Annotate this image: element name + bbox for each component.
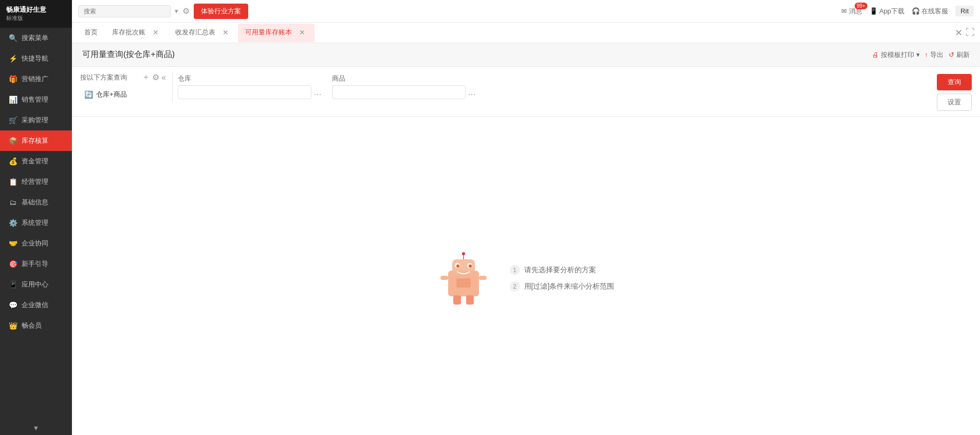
search-icon: 🔍 <box>8 34 17 42</box>
chat-icon: 💬 <box>8 301 17 309</box>
refresh-button[interactable]: ↺ 刷新 <box>949 50 970 60</box>
sidebar-header: 畅康通好生意 标准版 <box>0 0 72 28</box>
sidebar-item-wechat[interactable]: 💬 企业微信 <box>0 295 72 315</box>
sidebar-item-sales[interactable]: 📊 销售管理 <box>0 89 72 110</box>
page-title: 可用量查询(按仓库+商品) <box>82 49 175 60</box>
sidebar-item-system[interactable]: ⚙️ 系统管理 <box>0 213 72 233</box>
filter-fields: 仓库 … 商品 … <box>178 72 932 99</box>
tab-batch-account[interactable]: 库存批次账 ✕ <box>105 24 168 42</box>
sidebar-item-operation[interactable]: 📋 经营管理 <box>0 172 72 192</box>
sidebar-item-label: 快捷导航 <box>22 54 48 63</box>
message-button[interactable]: ✉ 消息 99+ <box>841 7 862 16</box>
sidebar-item-label: 搜索菜单 <box>22 33 48 43</box>
tip-number-1: 1 <box>510 265 520 275</box>
warehouse-input[interactable] <box>178 85 311 99</box>
sidebar-item-label: 库存核算 <box>22 136 48 145</box>
tab-available-stock-close[interactable]: ✕ <box>297 28 307 36</box>
tab-available-stock-label: 可用量库存账本 <box>245 28 292 37</box>
filter-scheme-label: 按以下方案查询 <box>80 73 127 82</box>
sidebar-item-inventory[interactable]: 📦 库存核算 <box>0 130 72 151</box>
filter-scheme-panel: 按以下方案查询 ＋ ⚙ « 🔄 仓库+商品 <box>80 72 173 102</box>
product-label: 商品 <box>332 74 476 83</box>
tab-expand-button[interactable]: ⛶ <box>966 27 975 38</box>
scheme-item-warehouse-product[interactable]: 🔄 仓库+商品 <box>80 87 166 102</box>
warehouse-input-wrap: … <box>178 85 322 99</box>
sidebar: 畅康通好生意 标准版 🔍 搜索菜单 ⚡ 快捷导航 🎁 营销推广 📊 销售管理 🛒… <box>0 0 72 435</box>
mobile-download-icon: 📱 <box>870 7 878 15</box>
product-more-button[interactable]: … <box>468 88 476 97</box>
tab-home[interactable]: 首页 <box>77 24 105 42</box>
warehouse-more-button[interactable]: … <box>313 88 322 97</box>
topbar: ▾ ⚙ 体验行业方案 ✉ 消息 99+ 📱 App下载 🎧 在线客服 Rit <box>72 0 980 23</box>
trial-button[interactable]: 体验行业方案 <box>194 4 248 19</box>
settings-scheme-button[interactable]: ⚙ <box>152 72 159 82</box>
headset-icon: 🎧 <box>912 7 920 15</box>
page-actions: 🖨 按模板打印 ▾ ↑ 导出 ↺ 刷新 <box>872 50 970 60</box>
product-input-wrap: … <box>332 85 476 99</box>
robot-illustration <box>438 250 489 307</box>
tab-inventory-summary[interactable]: 收发存汇总表 ✕ <box>168 24 238 42</box>
export-label: 导出 <box>930 50 944 60</box>
sidebar-item-label: 资金管理 <box>22 157 48 166</box>
query-button[interactable]: 查询 <box>937 74 972 90</box>
dropdown-arrow-icon[interactable]: ▾ <box>175 7 178 15</box>
flash-icon: ⚡ <box>8 54 17 63</box>
sidebar-item-member[interactable]: 👑 畅会员 <box>0 315 72 336</box>
add-scheme-button[interactable]: ＋ <box>142 72 150 83</box>
sidebar-item-label: 新手引导 <box>22 259 48 269</box>
sidebar-item-search[interactable]: 🔍 搜索菜单 <box>0 28 72 48</box>
box-icon: 📦 <box>8 137 17 145</box>
filter-buttons: 查询 设置 <box>937 72 972 111</box>
tab-available-stock[interactable]: 可用量库存账本 ✕ <box>238 24 315 42</box>
crown-icon: 👑 <box>8 321 17 330</box>
target-icon: 🎯 <box>8 260 17 268</box>
sidebar-item-basic[interactable]: 🗂 基础信息 <box>0 192 72 213</box>
sidebar-item-quicknav[interactable]: ⚡ 快捷导航 <box>0 48 72 69</box>
user-profile[interactable]: Rit <box>955 6 974 16</box>
filter-panel: 按以下方案查询 ＋ ⚙ « 🔄 仓库+商品 仓库 <box>72 67 980 117</box>
svg-point-4 <box>456 264 459 268</box>
empty-state: 1 请先选择要分析的方案 2 用[过滤]条件来缩小分析范围 <box>72 117 980 435</box>
collapse-scheme-button[interactable]: « <box>161 73 166 82</box>
sidebar-scroll: 🔍 搜索菜单 ⚡ 快捷导航 🎁 营销推广 📊 销售管理 🛒 采购管理 📦 库存核… <box>0 28 72 421</box>
app-download-button[interactable]: 📱 App下载 <box>870 7 904 16</box>
tab-close-all-button[interactable]: ✕ <box>955 27 963 39</box>
content-area: 可用量查询(按仓库+商品) 🖨 按模板打印 ▾ ↑ 导出 ↺ 刷新 <box>72 43 980 435</box>
tab-inventory-summary-label: 收发存汇总表 <box>175 28 215 37</box>
tabs-right-actions: ✕ ⛶ <box>955 27 975 39</box>
app-name: 畅康通好生意 <box>6 5 66 14</box>
settings-icon[interactable]: ⚙ <box>182 6 190 16</box>
sidebar-item-marketing[interactable]: 🎁 营销推广 <box>0 69 72 89</box>
sidebar-item-newbie[interactable]: 🎯 新手引导 <box>0 254 72 274</box>
tab-inventory-summary-close[interactable]: ✕ <box>220 28 231 36</box>
svg-rect-10 <box>453 295 461 305</box>
clipboard-icon: 📋 <box>8 178 17 186</box>
sidebar-item-label: 采购管理 <box>22 116 48 125</box>
empty-tip-1: 1 请先选择要分析的方案 <box>510 265 615 275</box>
gear-icon: ⚙️ <box>8 219 17 227</box>
print-dropdown-icon[interactable]: ▾ <box>916 51 920 59</box>
svg-rect-12 <box>456 278 471 288</box>
tip-number-2: 2 <box>510 281 520 292</box>
page-header: 可用量查询(按仓库+商品) 🖨 按模板打印 ▾ ↑ 导出 ↺ 刷新 <box>72 43 980 67</box>
warehouse-label: 仓库 <box>178 74 322 83</box>
product-input[interactable] <box>332 85 466 99</box>
sidebar-item-label: 经营管理 <box>22 177 48 186</box>
customer-service-button[interactable]: 🎧 在线客服 <box>912 7 948 16</box>
sidebar-item-appcenter[interactable]: 📱 应用中心 <box>0 274 72 295</box>
message-badge: 99+ <box>855 3 867 9</box>
sidebar-item-enterprise[interactable]: 🤝 企业协同 <box>0 233 72 254</box>
setting-button[interactable]: 设置 <box>937 93 972 111</box>
gift-icon: 🎁 <box>8 75 17 83</box>
sidebar-scroll-down[interactable]: ▼ <box>0 421 72 435</box>
export-button[interactable]: ↑ 导出 <box>925 50 944 60</box>
search-input[interactable] <box>78 5 171 17</box>
sidebar-item-purchase[interactable]: 🛒 采购管理 <box>0 110 72 130</box>
tab-batch-account-close[interactable]: ✕ <box>151 28 161 36</box>
topbar-right: ✉ 消息 99+ 📱 App下载 🎧 在线客服 Rit <box>841 6 974 16</box>
empty-visual: 1 请先选择要分析的方案 2 用[过滤]条件来缩小分析范围 <box>438 250 615 307</box>
refresh-label: 刷新 <box>956 50 970 60</box>
sidebar-item-label: 系统管理 <box>22 218 48 228</box>
sidebar-item-finance[interactable]: 💰 资金管理 <box>0 151 72 172</box>
print-button[interactable]: 🖨 按模板打印 ▾ <box>872 50 920 60</box>
